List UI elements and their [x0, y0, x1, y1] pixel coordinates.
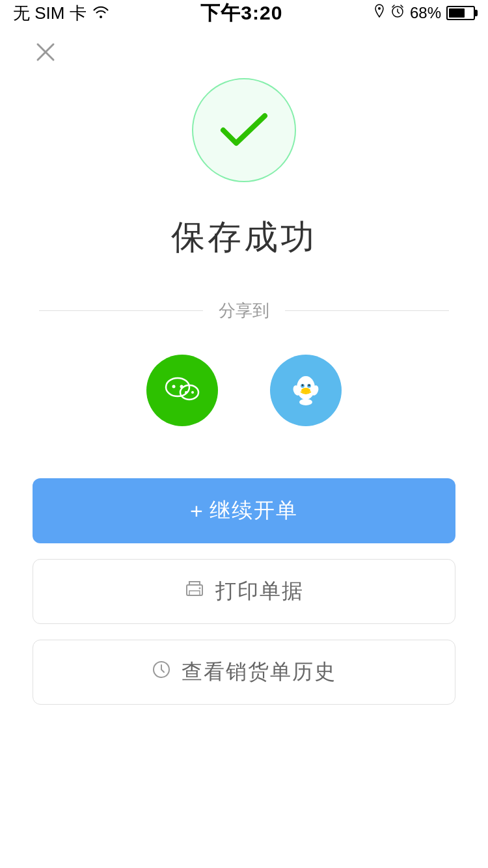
- success-icon-circle: [192, 78, 296, 182]
- continue-label: 继续开单: [210, 496, 298, 525]
- svg-rect-20: [189, 591, 200, 595]
- svg-point-6: [172, 385, 175, 388]
- share-label: 分享到: [203, 299, 285, 322]
- battery-percent: 68%: [410, 4, 441, 22]
- svg-point-8: [185, 391, 187, 394]
- wechat-icon: [161, 373, 204, 409]
- svg-point-14: [308, 384, 310, 386]
- print-icon: [184, 579, 205, 604]
- share-icons-container: [146, 355, 342, 426]
- alarm-icon: [390, 4, 405, 22]
- checkmark-icon: [218, 111, 270, 150]
- location-icon: [373, 4, 385, 22]
- wifi-icon: [92, 3, 110, 23]
- qq-icon: [285, 370, 327, 412]
- action-buttons: + 继续开单 打印单据 查看销货单历史: [0, 478, 488, 705]
- history-button[interactable]: 查看销货单历史: [33, 640, 455, 705]
- history-label: 查看销货单历史: [182, 658, 336, 686]
- status-bar: 无 SIM 卡 下午3:20 68%: [0, 0, 488, 26]
- svg-point-9: [191, 391, 194, 394]
- success-title: 保存成功: [171, 215, 317, 260]
- history-icon: [152, 660, 171, 685]
- divider-line-left: [39, 310, 203, 311]
- svg-point-13: [301, 384, 303, 386]
- print-label: 打印单据: [215, 577, 304, 606]
- status-right: 68%: [373, 4, 475, 22]
- status-left: 无 SIM 卡: [13, 2, 110, 25]
- svg-point-18: [299, 399, 312, 405]
- main-content: 保存成功 分享到: [0, 26, 488, 705]
- share-divider: 分享到: [0, 299, 488, 322]
- continue-button[interactable]: + 继续开单: [33, 478, 455, 543]
- svg-point-21: [199, 588, 201, 590]
- print-button[interactable]: 打印单据: [33, 559, 455, 624]
- continue-plus-icon: +: [190, 498, 204, 524]
- close-button[interactable]: [29, 36, 62, 68]
- qq-share-button[interactable]: [270, 355, 342, 426]
- divider-line-right: [285, 310, 449, 311]
- status-time: 下午3:20: [200, 0, 282, 27]
- carrier-text: 无 SIM 卡: [13, 2, 87, 25]
- svg-point-7: [180, 385, 183, 388]
- battery-icon: [446, 6, 475, 20]
- svg-point-0: [378, 7, 381, 10]
- wechat-share-button[interactable]: [146, 355, 218, 426]
